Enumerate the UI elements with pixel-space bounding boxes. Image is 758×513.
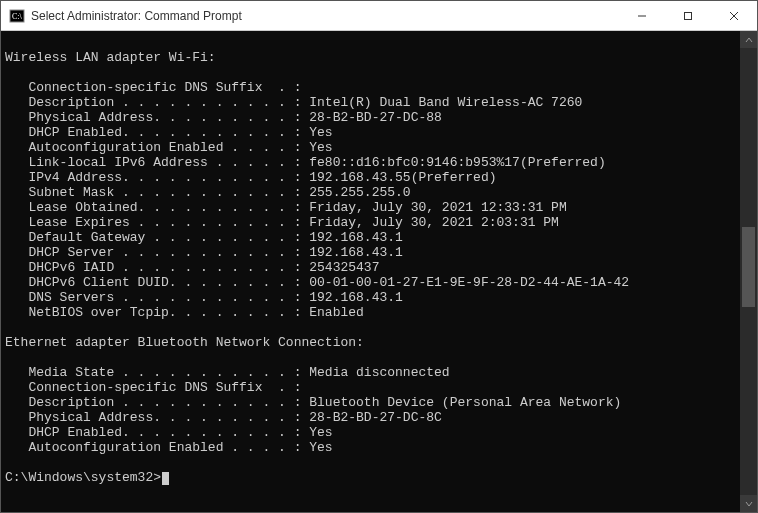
scroll-down-button[interactable] [740, 495, 757, 512]
scroll-track[interactable] [740, 48, 757, 495]
svg-text:C:\: C:\ [12, 12, 23, 21]
prompt[interactable]: C:\Windows\system32> [5, 470, 169, 485]
terminal-output[interactable]: Wireless LAN adapter Wi-Fi: Connection-s… [1, 31, 740, 512]
minimize-button[interactable] [619, 1, 665, 31]
scroll-up-button[interactable] [740, 31, 757, 48]
titlebar[interactable]: C:\ Select Administrator: Command Prompt [1, 1, 757, 31]
cursor [162, 472, 169, 485]
scroll-thumb[interactable] [742, 227, 755, 307]
scrollbar[interactable] [740, 31, 757, 512]
command-prompt-window: C:\ Select Administrator: Command Prompt… [0, 0, 758, 513]
svg-rect-3 [685, 12, 692, 19]
window-title: Select Administrator: Command Prompt [31, 9, 242, 23]
close-button[interactable] [711, 1, 757, 31]
maximize-button[interactable] [665, 1, 711, 31]
cmd-icon: C:\ [9, 8, 25, 24]
